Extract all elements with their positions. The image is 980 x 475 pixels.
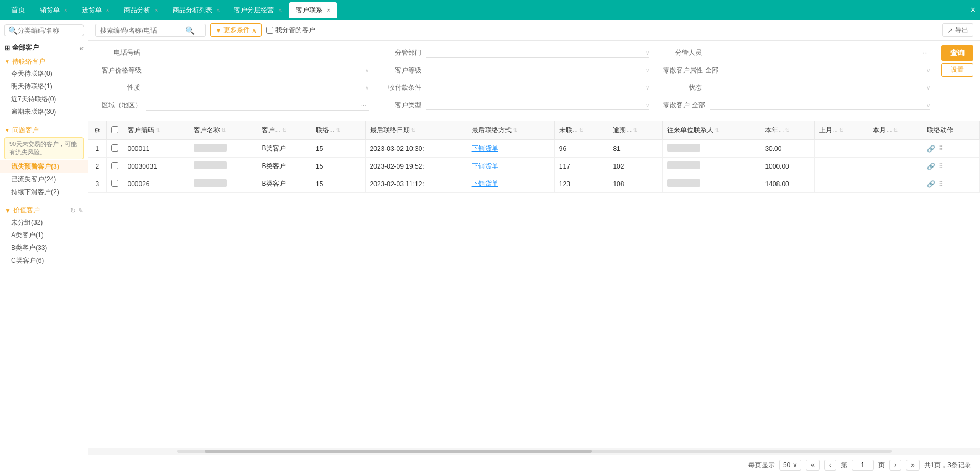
sidebar-group-problem[interactable]: ▼ 问题客户 [0,123,88,136]
filter-customer-grade-select[interactable]: ∨ [426,66,650,75]
nav-tab-customer-segment[interactable]: 客户分层经营 × [227,2,288,18]
row-lastmethod-3[interactable]: 下销货单 [467,175,554,193]
col-last-method[interactable]: 最后联络方式⇅ [467,121,554,140]
nav-tab-analysis[interactable]: 商品分析 × [117,2,165,18]
filter-price-grade-select[interactable]: ∨ [146,66,369,75]
link-salesorder-1[interactable]: 下销货单 [472,144,498,152]
sidebar-item-churned[interactable]: 已流失客户(24) [0,173,88,186]
sidebar-search-input[interactable] [18,27,88,34]
next-page-button[interactable]: › [889,460,901,471]
sort-icon6: ⇅ [513,127,517,133]
sidebar-item-classC[interactable]: C类客户(6) [0,254,88,267]
last-page-button[interactable]: » [906,460,920,471]
filter-status-select[interactable]: ∨ [706,83,930,92]
nav-tab-customer-contact[interactable]: 客户联系 × [289,2,337,18]
action-grid-2[interactable]: ⠿ [939,163,943,170]
first-page-button[interactable]: « [806,460,820,471]
scroll-track[interactable] [177,450,892,453]
sidebar-item-churn-warning[interactable]: 流失预警客户(3) [0,160,88,173]
sidebar-item-today[interactable]: 今天待联络(0) [0,67,88,80]
col-uncontacted[interactable]: 未联...⇅ [554,121,608,140]
my-customers-checkbox[interactable]: 我分管的客户 [266,25,315,35]
col-last-month[interactable]: 上月...⇅ [814,121,868,140]
edit-icon[interactable]: ✎ [78,207,84,215]
link-salesorder-3[interactable]: 下销货单 [472,180,498,187]
page-size-select[interactable]: 50 ∨ [779,460,801,471]
close-tab-customer-segment[interactable]: × [278,7,282,13]
sidebar-item-declining[interactable]: 持续下滑客户(2) [0,186,88,199]
more-filters-button[interactable]: ▼ 更多条件 ∧ [210,23,262,37]
col-contact[interactable]: 联络...⇅ [311,121,366,140]
filter-panel: 电话号码 分管部门 ∨ 分管人员 [88,41,980,121]
nav-tab-analysis-list[interactable]: 商品分析列表 × [166,2,227,18]
scroll-thumb[interactable] [205,450,592,453]
filter-retail-attr-select[interactable]: ∨ [723,66,930,75]
close-tab-sales[interactable]: × [64,7,67,13]
nav-tab-sales[interactable]: 销货单 × [33,2,74,18]
filter-region-select[interactable]: ··· [146,100,369,111]
link-salesorder-2[interactable]: 下销货单 [472,162,498,170]
col-type[interactable]: 客户...⇅ [257,121,311,140]
sidebar-item-7days[interactable]: 近7天待联络(0) [0,93,88,106]
sidebar-search-box[interactable]: 🔍 [4,24,84,36]
query-button[interactable]: 查询 [941,45,973,61]
col-this-year[interactable]: 本年...⇅ [760,121,815,140]
nav-tab-purchase[interactable]: 进货单 × [75,2,116,18]
col-code[interactable]: 客户编码⇅ [123,121,189,140]
sidebar-group-pending[interactable]: ▼ 待联络客户 [0,55,88,67]
search-box[interactable]: 🔍 [95,24,206,37]
sidebar-item-classB[interactable]: B类客户(33) [0,242,88,254]
row-uncontacted-3: 123 [554,175,608,193]
search-input[interactable] [100,27,183,34]
page-input[interactable] [852,460,874,471]
col-overdue[interactable]: 逾期...⇅ [608,121,663,140]
close-tab-analysis[interactable]: × [155,7,158,13]
refresh-icon[interactable]: ↻ [70,207,76,215]
sidebar-item-classA[interactable]: A类客户(1) [0,229,88,242]
search-button[interactable]: 🔍 [185,26,195,35]
sidebar-item-ungraded[interactable]: 未分组(32) [0,216,88,229]
col-contact2[interactable]: 往来单位联系人⇅ [662,121,760,140]
row-lastmethod-2[interactable]: 下销货单 [467,158,554,175]
row-checkbox-2[interactable] [106,158,123,175]
close-tab-customer-contact[interactable]: × [327,7,330,13]
row-checkbox-1[interactable] [106,140,123,158]
col-last-date[interactable]: 最后联络日期⇅ [365,121,467,140]
action-grid-3[interactable]: ⠿ [939,180,943,188]
prev-page-button[interactable]: ‹ [824,460,836,471]
filter-type-select[interactable]: ∨ [426,101,650,110]
filter-more-icon[interactable]: ··· [920,49,930,56]
row-checkbox-3[interactable] [106,175,123,193]
filter-payment-select[interactable]: ∨ [426,83,650,92]
horizontal-scrollbar[interactable] [88,448,980,455]
close-all-button[interactable]: × [971,5,976,15]
close-tab-analysis-list[interactable]: × [217,7,220,13]
sidebar-item-tomorrow[interactable]: 明天待联络(1) [0,80,88,93]
col-this-month[interactable]: 本月...⇅ [868,121,922,140]
col-checkbox[interactable] [106,121,123,140]
filter-dept-select[interactable]: ∨ [426,49,650,58]
filter-phone-input[interactable] [145,48,369,58]
filter-manager-select[interactable]: ··· [706,48,930,58]
sidebar-group-value[interactable]: ▼ 价值客户 [4,206,40,215]
close-tab-purchase[interactable]: × [106,7,110,13]
action-link-3[interactable]: 🔗 [927,180,935,188]
nav-home[interactable]: 首页 [4,5,32,15]
action-grid-1[interactable]: ⠿ [939,145,943,153]
filter-nature-select[interactable]: ∨ [145,83,369,92]
filter-retail-select[interactable]: ∨ [710,101,930,110]
select-all-checkbox[interactable] [111,126,118,133]
settings-button[interactable]: 设置 [941,63,973,77]
export-button[interactable]: ↗ 导出 [942,23,973,37]
filter-icon: ▼ [215,27,222,34]
sidebar-item-overdue[interactable]: 逾期未联络(30) [0,106,88,118]
row-uncontacted-2: 117 [554,158,608,175]
my-customers-check[interactable] [266,27,273,34]
col-settings[interactable]: ⚙ [88,121,106,140]
filter-region-more[interactable]: ··· [359,101,369,109]
sidebar-all-customers[interactable]: ⊞ 全部客户 « [0,41,88,55]
row-lastmethod-1[interactable]: 下销货单 [467,140,554,158]
action-link-2[interactable]: 🔗 [927,163,935,170]
action-link-1[interactable]: 🔗 [927,145,935,153]
col-name[interactable]: 客户名称⇅ [189,121,257,140]
